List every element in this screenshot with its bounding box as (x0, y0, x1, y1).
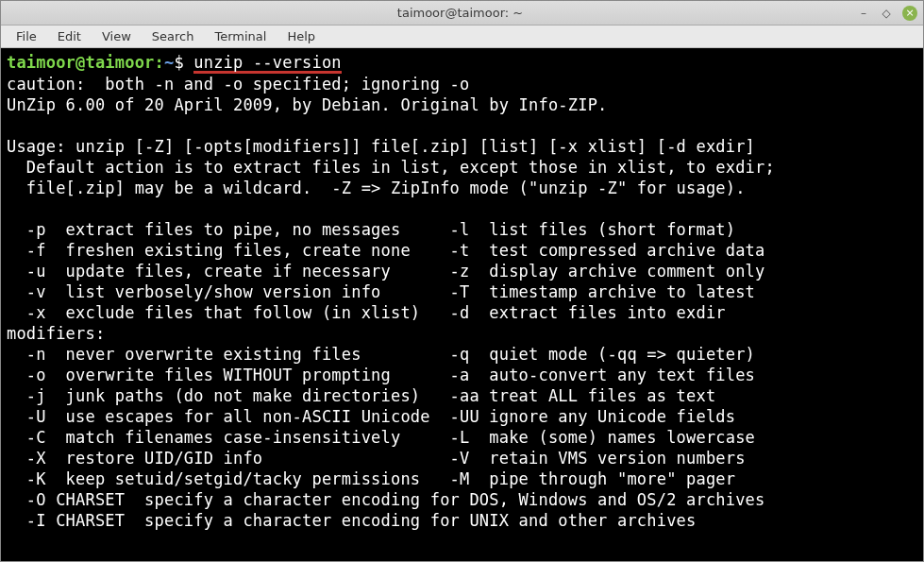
close-button[interactable]: × (902, 6, 917, 21)
menu-edit[interactable]: Edit (48, 27, 91, 45)
menu-search[interactable]: Search (143, 27, 204, 45)
terminal-area[interactable]: taimoor@taimoor:~$ unzip --version cauti… (1, 48, 923, 561)
prompt-sep: : (155, 53, 164, 72)
window-title: taimoor@taimoor: ~ (63, 6, 857, 20)
command-input: unzip --version (193, 54, 342, 74)
terminal-window: taimoor@taimoor: ~ – ◇ × File Edit View … (0, 0, 924, 562)
window-controls: – ◇ × (857, 6, 917, 21)
menu-terminal[interactable]: Terminal (205, 27, 276, 45)
menu-file[interactable]: File (7, 27, 46, 45)
prompt-dollar: $ (174, 53, 183, 72)
minimize-button[interactable]: – (857, 7, 870, 20)
maximize-button[interactable]: ◇ (880, 7, 893, 20)
menubar: File Edit View Search Terminal Help (1, 26, 923, 48)
terminal-output: caution: both -n and -o specified; ignor… (7, 75, 775, 530)
prompt-path: ~ (164, 53, 174, 72)
prompt-user-host: taimoor@taimoor (7, 53, 155, 72)
titlebar: taimoor@taimoor: ~ – ◇ × (1, 1, 923, 26)
menu-help[interactable]: Help (277, 27, 325, 45)
menu-view[interactable]: View (92, 27, 141, 45)
